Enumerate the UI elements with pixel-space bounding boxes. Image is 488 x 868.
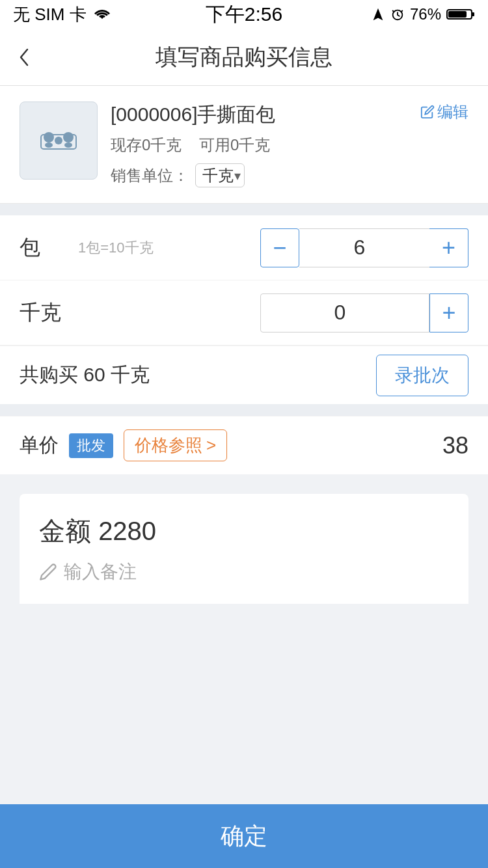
price-section: 单价 批发 价格参照 > 38 [0,416,488,474]
product-card: [0000006]手撕面包 编辑 现存0千克 可用0千克 销售单位： 千克 [0,86,488,204]
status-right: 76% [371,5,475,23]
svg-point-9 [55,137,62,144]
unit-label: 销售单位： [111,165,189,186]
package-decrement-button[interactable]: − [260,228,299,267]
price-reference-button[interactable]: 价格参照 > [124,429,227,461]
price-ref-label: 价格参照 [135,434,202,457]
product-stock: 现存0千克 可用0千克 [111,135,468,156]
record-batch-button[interactable]: 录批次 [376,355,468,396]
amount-section: 金额 2280 输入备注 [0,474,488,604]
battery-label: 76% [410,5,441,23]
edit-label: 编辑 [437,102,468,122]
package-quantity-control: − + [260,228,468,267]
package-increment-button[interactable]: + [429,228,468,267]
status-left: 无 SIM 卡 [13,3,113,26]
amount-number: 2280 [98,517,156,545]
price-tag-batch: 批发 [69,433,113,458]
edit-button[interactable]: 编辑 [420,102,468,122]
input-section: 包 1包=10千克 − + 千克 + 共购买 60 千克 录批次 [0,215,488,404]
stock-label: 现存0千克 [111,136,182,154]
package-quantity-input[interactable] [299,228,429,267]
kg-increment-button[interactable]: + [429,293,468,332]
remark-row[interactable]: 输入备注 [39,560,449,584]
svg-point-7 [64,142,72,148]
price-value: 38 [442,432,468,459]
package-input-row: 包 1包=10千克 − + [0,215,488,280]
battery-icon [446,7,475,21]
kg-input-row: 千克 + [0,280,488,346]
svg-point-4 [44,132,54,142]
available-label: 可用0千克 [199,136,270,154]
svg-point-5 [63,132,74,142]
product-full-name: [0000006]手撕面包 [111,102,420,128]
back-button[interactable] [16,43,34,72]
amount-value: 金额 2280 [39,517,156,545]
product-info: [0000006]手撕面包 编辑 现存0千克 可用0千克 销售单位： 千克 [111,102,468,187]
package-label: 包 [20,234,72,262]
unit-select-wrapper[interactable]: 千克 [195,163,245,187]
section-divider-1 [0,204,488,215]
section-divider-2 [0,404,488,416]
price-ref-arrow: > [206,435,216,455]
summary-text: 共购买 60 千克 [20,362,376,388]
svg-rect-3 [448,11,467,18]
summary-row: 共购买 60 千克 录批次 [0,346,488,404]
confirm-button[interactable]: 确定 [0,804,488,868]
status-time: 下午2:56 [206,1,282,28]
carrier-label: 无 SIM 卡 [13,3,87,26]
remark-placeholder: 输入备注 [64,560,137,584]
product-thumbnail [20,102,98,180]
nav-bar: 填写商品购买信息 [0,29,488,86]
unit-select[interactable]: 千克 [195,163,245,187]
kg-quantity-control: + [260,293,468,332]
package-sublabel: 1包=10千克 [78,238,260,258]
empty-area [0,604,488,773]
svg-rect-2 [472,12,474,16]
pencil-icon [39,563,57,581]
amount-label: 金额 [39,517,91,545]
product-unit-row: 销售单位： 千克 [111,163,468,187]
kg-quantity-input[interactable] [260,293,429,332]
product-name-row: [0000006]手撕面包 编辑 [111,102,468,128]
amount-row: 金额 2280 输入备注 [20,494,468,604]
alarm-icon [390,7,405,21]
page-title: 填写商品购买信息 [156,42,332,72]
price-label: 单价 [20,432,59,459]
location-icon [371,7,385,21]
wifi-icon [92,7,113,21]
kg-label: 千克 [20,299,72,327]
status-bar: 无 SIM 卡 下午2:56 76% [0,0,488,29]
svg-point-6 [45,142,53,148]
